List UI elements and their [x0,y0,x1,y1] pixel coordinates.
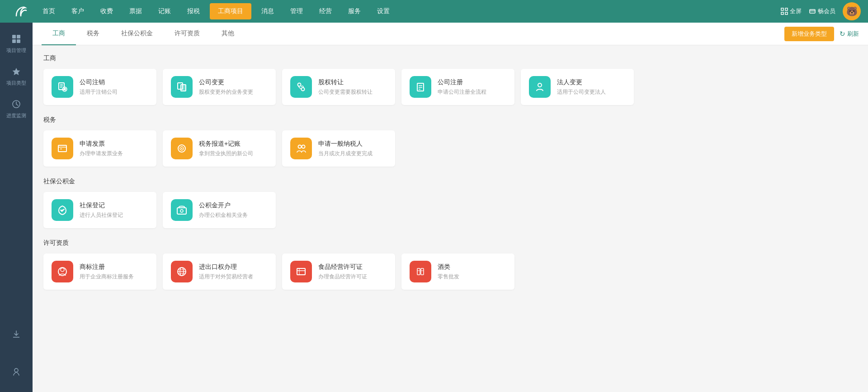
logo-icon [14,4,28,19]
card-text-apply-invoice: 申请发票 办理申请发票业务 [80,140,123,158]
card-desc: 当月或次月成变更完成 [318,150,373,158]
nav-settings[interactable]: 设置 [369,0,398,23]
card-company-register[interactable]: 公司注册 申请公司注册全流程 [401,69,514,105]
nav-fee[interactable]: 收费 [92,0,121,23]
card-text-company-cancel: 公司注销 适用于注销公司 [80,78,118,96]
card-text-equity-transfer: 股权转让 公司变更需要股权转让 [318,78,373,96]
nav-tax[interactable]: 报税 [179,0,208,23]
svg-rect-53 [417,268,420,275]
nav-home[interactable]: 首页 [34,0,63,23]
section-title-gongshang: 工商 [43,54,857,62]
card-text-company-register: 公司注册 申请公司注册全流程 [438,78,486,96]
nav-message[interactable]: 消息 [253,0,282,23]
fullscreen-button[interactable]: 全屏 [781,7,802,15]
card-trademark[interactable]: 商标注册 用于企业商标注册服务 [43,253,156,290]
card-import-export[interactable]: 进出口权办理 适用于对外贸易经营者 [163,253,276,290]
member-button[interactable]: 畅会员 [809,7,835,15]
card-icon-food-license [290,261,312,282]
svg-rect-0 [781,8,783,10]
card-icon-equity-transfer [290,76,312,98]
svg-rect-1 [785,8,788,10]
card-icon-provident-fund [171,199,193,221]
refresh-label: 刷新 [847,30,859,38]
card-provident-fund[interactable]: 公积金开户 办理公积金相关业务 [163,192,276,228]
nav-manage[interactable]: 管理 [282,0,311,23]
tab-shebao[interactable]: 社保公积金 [110,23,164,45]
card-general-taxpayer[interactable]: 申请一般纳税人 当月或次月成变更完成 [282,130,395,167]
tab-gongshang[interactable]: 工商 [42,23,76,45]
download-icon [11,329,22,339]
card-icon-general-taxpayer [290,138,312,159]
card-desc: 适用于注销公司 [80,88,118,96]
card-title: 公司注册 [438,78,486,86]
card-equity-transfer[interactable]: 股权转让 公司变更需要股权转让 [282,69,395,105]
tab-shuiwu[interactable]: 税务 [76,23,110,45]
main-layout: 项目管理 项目类型 进度监测 [0,23,868,392]
nav-items: 首页 客户 收费 票据 记账 报税 工商项目 消息 管理 经营 服务 设置 [34,0,781,23]
sidebar-location[interactable] [0,355,33,387]
sub-nav-actions: 新增业务类型 ↻ 刷新 [784,27,859,41]
card-title: 社保登记 [80,201,123,210]
card-tax-bookkeeping[interactable]: 税务报道+记账 拿到营业执照的新公司 [163,130,276,167]
nav-bookkeeping[interactable]: 记账 [150,0,179,23]
card-desc: 适用于对外贸易经营者 [199,273,253,281]
card-text-alcohol: 酒类 零售批发 [438,263,459,281]
card-title: 股权转让 [318,78,373,86]
card-title: 申请一般纳税人 [318,140,373,148]
card-icon-trademark [52,261,73,282]
card-title: 酒类 [438,263,459,271]
cards-grid-gongshang: 公司注销 适用于注销公司 公司变更 股权变更外的业务变更 [43,69,857,105]
card-icon-alcohol [410,261,431,282]
refresh-icon: ↻ [840,30,845,38]
card-title: 公司注销 [80,78,118,86]
sub-nav: 工商 税务 社保公积金 许可资质 其他 新增业务类型 ↻ 刷新 [33,23,868,45]
svg-line-25 [298,86,301,89]
card-text-legal-change: 法人变更 适用于公司变更法人 [557,78,606,96]
card-icon-social-insurance [52,199,73,221]
card-title: 税务报道+记账 [199,140,253,148]
sidebar-item-project-type[interactable]: 项目类型 [0,60,33,92]
svg-rect-3 [785,12,788,14]
tab-xuke[interactable]: 许可资质 [164,23,211,45]
card-desc: 股权变更外的业务变更 [199,88,253,96]
card-food-license[interactable]: 食品经营许可证 办理食品经营许可证 [282,253,395,290]
left-sidebar: 项目管理 项目类型 进度监测 [0,23,33,392]
nav-service[interactable]: 服务 [340,0,369,23]
logo-area [7,4,34,19]
svg-marker-10 [13,68,20,75]
sidebar-item-project-manage[interactable]: 项目管理 [0,27,33,60]
member-icon [809,8,816,15]
sidebar-download[interactable] [0,318,33,350]
card-icon-company-change [171,76,193,98]
card-company-cancel[interactable]: 公司注销 适用于注销公司 [43,69,156,105]
nav-biz-project[interactable]: 工商项目 [210,3,251,19]
svg-rect-9 [17,39,20,43]
svg-rect-2 [781,12,783,14]
card-legal-change[interactable]: 法人变更 适用于公司变更法人 [521,69,634,105]
nav-invoice[interactable]: 票据 [121,0,150,23]
card-icon-legal-change [529,76,551,98]
card-desc: 办理公积金相关业务 [199,211,248,219]
card-desc: 用于企业商标注册服务 [80,273,134,281]
svg-point-36 [181,148,183,149]
card-alcohol[interactable]: 酒类 零售批发 [401,253,514,290]
svg-rect-6 [12,35,16,38]
card-desc: 办理食品经营许可证 [318,273,367,281]
card-desc: 办理申请发票业务 [80,150,123,158]
nav-customer[interactable]: 客户 [63,0,92,23]
card-social-insurance[interactable]: 社保登记 进行人员社保登记 [43,192,156,228]
section-title-xuke: 许可资质 [43,239,857,247]
add-business-type-button[interactable]: 新增业务类型 [784,27,834,41]
svg-point-44 [61,268,64,272]
svg-rect-31 [58,145,66,152]
cards-grid-shuiwu: 申请发票 办理申请发票业务 税务报道+记账 拿到营业执照的新公司 [43,130,857,167]
card-text-provident-fund: 公积金开户 办理公积金相关业务 [199,201,248,219]
sidebar-item-progress[interactable]: 进度监测 [0,92,33,125]
svg-rect-8 [12,39,16,43]
refresh-button[interactable]: ↻ 刷新 [840,30,859,38]
tab-other[interactable]: 其他 [211,23,245,45]
card-apply-invoice[interactable]: 申请发票 办理申请发票业务 [43,130,156,167]
nav-operation[interactable]: 经营 [311,0,340,23]
card-company-change[interactable]: 公司变更 股权变更外的业务变更 [163,69,276,105]
card-title: 公司变更 [199,78,253,86]
